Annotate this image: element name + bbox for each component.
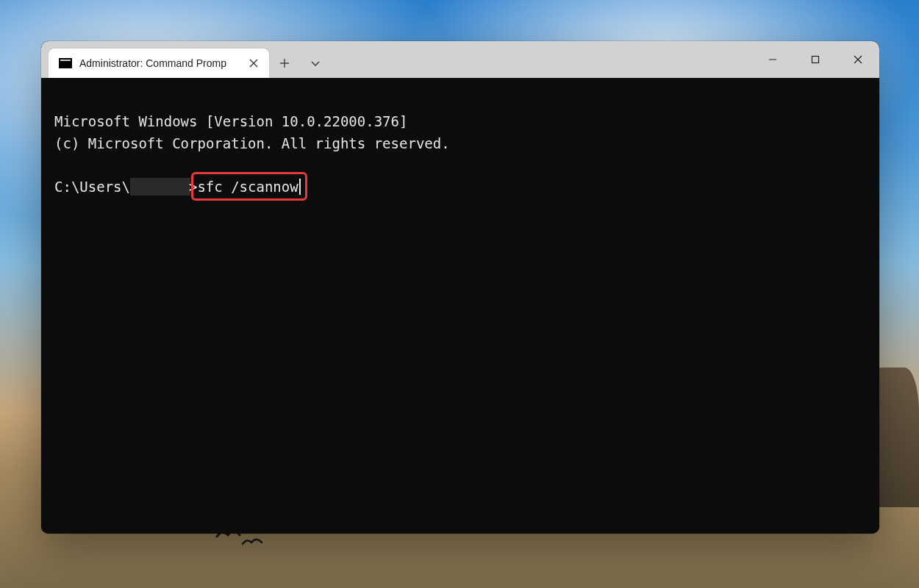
plus-icon — [279, 58, 290, 68]
close-window-button[interactable] — [837, 41, 879, 78]
tab-title: Administrator: Command Promp — [79, 57, 240, 69]
redacted-username — [130, 178, 190, 196]
new-tab-button[interactable] — [269, 49, 300, 78]
command-wrapper: sfc /scannow — [197, 176, 298, 198]
minimize-button[interactable] — [751, 41, 794, 78]
prompt-line: C:\Users\>sfc /scannow — [54, 176, 866, 198]
close-icon — [854, 55, 862, 64]
close-icon — [249, 59, 258, 68]
terminal-window: Administrator: Command Promp — [41, 41, 879, 534]
window-controls — [751, 41, 879, 78]
tab-close-button[interactable] — [247, 57, 260, 70]
desktop-wallpaper: Administrator: Command Promp — [0, 0, 919, 588]
prompt-suffix: > — [189, 176, 197, 198]
version-line: Microsoft Windows [Version 10.0.22000.37… — [54, 113, 407, 129]
tab-dropdown-button[interactable] — [300, 49, 331, 78]
prompt-prefix: C:\Users\ — [54, 176, 130, 198]
chevron-down-icon — [310, 58, 321, 68]
maximize-icon — [811, 55, 820, 64]
minimize-icon — [768, 55, 777, 64]
tab-command-prompt[interactable]: Administrator: Command Promp — [49, 49, 269, 78]
maximize-button[interactable] — [794, 41, 837, 78]
titlebar[interactable]: Administrator: Command Promp — [41, 41, 879, 78]
copyright-line: (c) Microsoft Corporation. All rights re… — [54, 135, 450, 151]
terminal-body[interactable]: Microsoft Windows [Version 10.0.22000.37… — [41, 78, 879, 534]
text-cursor — [299, 179, 301, 195]
cmd-icon — [59, 58, 72, 68]
command-text: sfc /scannow — [197, 179, 298, 195]
svg-rect-0 — [812, 57, 819, 63]
